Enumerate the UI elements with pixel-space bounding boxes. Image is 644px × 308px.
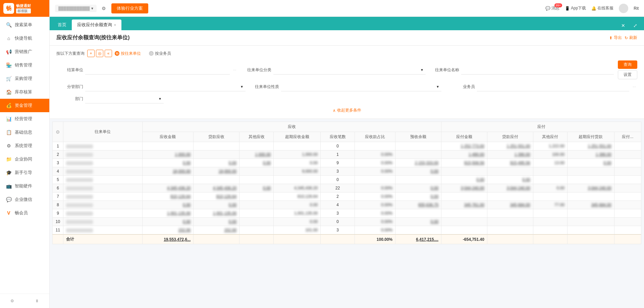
table-cell[interactable] xyxy=(239,192,274,201)
sidebar-item-quick[interactable]: ⌂ 快捷导航 xyxy=(0,32,49,45)
table-cell[interactable] xyxy=(395,142,441,150)
table-cell[interactable] xyxy=(441,209,487,218)
table-cell[interactable] xyxy=(239,142,274,150)
sidebar-item-operation[interactable]: 📊 经营管理 xyxy=(0,112,49,126)
settlement-input[interactable] xyxy=(85,65,230,75)
dept-select[interactable]: ▾ xyxy=(85,94,164,103)
table-cell[interactable] xyxy=(239,226,274,235)
tab-home[interactable]: 首页 xyxy=(52,19,72,30)
table-cell[interactable]: 810,126.64 xyxy=(142,192,194,201)
table-cell[interactable]: 2,153,333.00 xyxy=(395,159,441,167)
sidebar-item-inventory[interactable]: 🏠 库存核算 xyxy=(0,85,49,99)
th-settings[interactable]: ⚙ xyxy=(53,122,63,142)
export-button[interactable]: ⬆ 导出 xyxy=(609,35,622,41)
app-download-btn[interactable]: 📱 App下载 xyxy=(565,5,586,11)
table-cell[interactable]: 152.00 xyxy=(142,226,194,235)
table-cell[interactable] xyxy=(194,176,239,184)
table-cell[interactable] xyxy=(441,167,487,176)
query-button[interactable]: 查询 xyxy=(618,60,637,69)
table-cell[interactable] xyxy=(487,167,533,176)
table-cell[interactable]: 1,252,773.00 xyxy=(441,142,487,150)
sidebar-item-wechat[interactable]: 💬 企业微信 xyxy=(0,193,49,206)
table-cell[interactable] xyxy=(567,226,614,235)
table-cell[interactable]: 0.00 xyxy=(395,184,441,192)
table-cell[interactable]: 0.00 xyxy=(142,159,194,167)
promote-button[interactable]: 体验行业方案 xyxy=(111,3,148,13)
table-cell[interactable]: 345,684.00 xyxy=(487,201,533,209)
table-cell[interactable]: 0.00 xyxy=(142,201,194,209)
table-cell[interactable]: 0.00 xyxy=(395,167,441,176)
table-cell[interactable]: 0.00 xyxy=(395,218,441,226)
table-cell[interactable] xyxy=(395,209,441,218)
tab-active[interactable]: 应收应付余额查询 × xyxy=(72,19,121,30)
sidebar-item-system[interactable]: ⚙ 系统管理 xyxy=(0,139,49,152)
refresh-button[interactable]: ↻ 刷新 xyxy=(625,35,637,41)
notification-btn[interactable]: 💬 消息 99+ xyxy=(545,5,559,11)
sidebar-item-search[interactable]: 🔍 搜索菜单 xyxy=(0,18,49,32)
scheme-item-partner[interactable]: 畅 按往来单位 xyxy=(115,51,141,56)
table-cell[interactable] xyxy=(441,226,487,235)
table-cell[interactable]: 0.00 xyxy=(142,218,194,226)
table-cell[interactable]: 915,495.56 xyxy=(487,159,533,167)
table-cell[interactable] xyxy=(567,192,614,201)
table-cell[interactable]: 4,345,436.20 xyxy=(142,184,194,192)
table-cell[interactable] xyxy=(567,176,614,184)
table-cell[interactable]: 915,508.56 xyxy=(441,159,487,167)
table-cell[interactable] xyxy=(142,142,194,150)
salesperson-input[interactable] xyxy=(477,82,629,91)
table-cell[interactable]: 0.00 xyxy=(194,201,239,209)
collapse-btn[interactable]: ∧ 收起更多条件 xyxy=(56,106,637,115)
table-cell[interactable]: 0.00 xyxy=(395,192,441,201)
table-cell[interactable] xyxy=(487,192,533,201)
edit-scheme-btn[interactable]: ◎ xyxy=(96,50,103,57)
sidebar-item-marketing[interactable]: 📢 营销推广 xyxy=(0,45,49,58)
table-cell[interactable]: 0.00 xyxy=(239,159,274,167)
table-cell[interactable]: 0.00 xyxy=(239,184,274,192)
sidebar-item-guide[interactable]: 🎓 新手引导 xyxy=(0,166,49,179)
sidebar-settings-btn[interactable]: ⚙ xyxy=(8,297,17,305)
settings-button[interactable]: 设置 xyxy=(618,70,637,79)
tab-close-icon[interactable]: × xyxy=(114,23,116,27)
table-cell[interactable]: 655,636.75 xyxy=(395,201,441,209)
table-cell[interactable]: 0.00 xyxy=(487,176,533,184)
sidebar-item-hardware[interactable]: 📺 智能硬件 xyxy=(0,179,49,193)
table-cell[interactable] xyxy=(567,218,614,226)
table-cell[interactable]: 1,000.00 xyxy=(239,150,274,159)
table-cell[interactable]: 1,251,551.00 xyxy=(567,142,614,150)
table-cell[interactable] xyxy=(441,218,487,226)
partnername-input[interactable] xyxy=(461,65,614,75)
table-settings-icon[interactable]: ⚙ xyxy=(56,129,60,135)
table-cell[interactable] xyxy=(487,226,533,235)
table-cell[interactable] xyxy=(239,176,274,184)
table-cell[interactable]: 3,044,240.00 xyxy=(441,184,487,192)
table-cell[interactable]: 1,001,135.00 xyxy=(142,209,194,218)
table-cell[interactable]: 0.00 xyxy=(567,159,614,167)
table-cell[interactable]: 1,000.00 xyxy=(142,150,194,159)
header-gear-btn[interactable]: ⚙ xyxy=(99,4,109,13)
table-cell[interactable]: 0.00 xyxy=(441,176,487,184)
table-cell[interactable]: 18,000.00 xyxy=(194,167,239,176)
online-service-btn[interactable]: 🔔 在线客服 xyxy=(591,5,613,11)
table-cell[interactable]: 345,761.00 xyxy=(441,201,487,209)
table-cell[interactable] xyxy=(142,176,194,184)
sidebar-item-base[interactable]: 📋 基础信息 xyxy=(0,126,49,139)
table-cell[interactable]: 18,000.00 xyxy=(142,167,194,176)
table-cell[interactable]: 3,044,240.00 xyxy=(487,184,533,192)
table-cell[interactable] xyxy=(239,209,274,218)
sidebar-item-sales[interactable]: 🏪 销售管理 xyxy=(0,58,49,72)
sidebar-item-member[interactable]: V 畅会员 xyxy=(0,206,49,220)
total-receivable[interactable]: 19,553,472,6... xyxy=(142,234,194,244)
table-cell[interactable]: 152.00 xyxy=(194,226,239,235)
sidebar-item-finance[interactable]: 💰 资金管理 xyxy=(0,99,49,112)
table-cell[interactable] xyxy=(239,218,274,226)
scheme-item-salesperson[interactable]: ◷ 按业务员 xyxy=(149,51,171,56)
table-cell[interactable] xyxy=(441,192,487,201)
table-cell[interactable]: 1,490.00 xyxy=(441,150,487,159)
table-cell[interactable]: 345,684.00 xyxy=(567,201,614,209)
sidebar-item-cooperation[interactable]: 📁 企业协同 xyxy=(0,152,49,166)
table-cell[interactable]: 1,390.00 xyxy=(487,150,533,159)
sidebar-collapse-btn[interactable]: ⏸ xyxy=(32,297,42,305)
table-cell[interactable]: 1,390.00 xyxy=(567,150,614,159)
table-cell[interactable] xyxy=(487,209,533,218)
table-cell[interactable] xyxy=(194,150,239,159)
